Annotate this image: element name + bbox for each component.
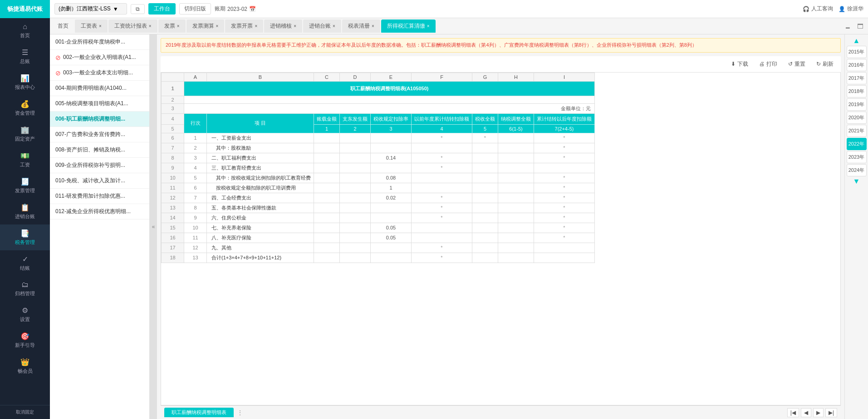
year-2015[interactable]: 2015年 [847,46,867,58]
sheet-title: 职工薪酬纳税调整明细表(A105050) [184,81,595,96]
minimize-button[interactable]: 🗕 [842,22,853,31]
tab-close-icon[interactable]: × [372,24,374,29]
sidebar-item-member[interactable]: 👑 畅会员 [0,353,50,379]
tab-home[interactable]: 首页 [52,20,74,32]
year-2024[interactable]: 2024年 [847,164,867,176]
year-2019[interactable]: 2019年 [847,98,867,111]
form-list-item-010[interactable]: 010-免税、减计收入及加计... [50,173,149,189]
form-list-item-005[interactable]: 005-纳税调整项目明细表(A1... [50,96,149,112]
cell-d [340,243,371,253]
year-up-button[interactable]: ▲ [853,37,860,45]
tab-inout-ledger[interactable]: 进销台账 × [303,19,341,33]
sidebar-item-tax[interactable]: 📑 税务管理 [0,224,50,250]
download-button[interactable]: ⬇ 下载 [728,59,751,69]
form-list-item-008[interactable]: 008-资产折旧、摊销及纳税... [50,142,149,158]
sidebar-item-settings[interactable]: ⚙ 设置 [0,302,50,327]
refresh-button[interactable]: ↻ 刷新 [814,59,836,69]
cancel-fixed-button[interactable]: 取消固定 [0,405,50,419]
workbench-button[interactable]: 工作台 [148,3,176,15]
year-2018[interactable]: 2018年 [847,85,867,97]
print-label: 打印 [766,60,777,68]
sidebar-item-home[interactable]: ⌂ 首页 [0,18,50,44]
print-button[interactable]: 🖨 打印 [756,59,780,69]
tab-close-icon[interactable]: × [99,24,102,29]
sidebar-item-ledger[interactable]: ☰ 总账 [0,44,50,69]
collapse-panel-button[interactable]: « [150,34,157,419]
tab-close-icon[interactable]: × [294,24,296,29]
form-list-item-011[interactable]: 011-研发费用加计扣除优惠... [50,189,149,204]
row-seq: 6 [184,183,207,193]
tab-payroll[interactable]: 工资表 × [75,19,108,33]
year-down-button[interactable]: ▼ [853,177,860,185]
cell-i: * [534,213,595,223]
bottom-sheet-tab[interactable]: 职工薪酬纳税调整明细表 [164,408,234,417]
sidebar-item-reports[interactable]: 📊 报表中心 [0,69,50,95]
form-list-item-007[interactable]: 007-广告费和业务宣传费跨... [50,127,149,142]
tab-invoice[interactable]: 发票 × [158,19,186,33]
subheader-2: 2 [340,124,371,133]
sidebar-item-payroll[interactable]: 💵 工资 [0,147,50,173]
spreadsheet-wrapper[interactable]: A B C D E F G H I [161,73,841,405]
year-2016[interactable]: 2016年 [847,59,867,71]
tab-payroll-stats[interactable]: 工资统计报表 × [108,19,157,33]
year-2021[interactable]: 2021年 [847,125,867,137]
row-seq: 13 [184,253,207,263]
tab-inout-check[interactable]: 进销稽核 × [264,19,302,33]
form-item-label: 003-一般企业成本支出明细... [63,69,133,77]
sidebar-item-label: 报表中心 [15,84,35,91]
form-list-item-012[interactable]: 012-减免企业所得税优惠明细... [50,204,149,219]
tab-close-icon[interactable]: × [149,24,152,29]
switch-old-button[interactable]: 切到旧版 [179,3,211,15]
sidebar-item-archive[interactable]: 🗂 归档管理 [0,276,50,302]
tab-close-icon[interactable]: × [177,24,180,29]
form-list-item-003[interactable]: ⊘ 003-一般企业成本支出明细... [50,65,149,81]
form-list-item-001[interactable]: 001-企业所得税年度纳税申... [50,34,149,50]
member-icon: 👑 [20,358,29,366]
sidebar-item-finance[interactable]: 💰 资金管理 [0,95,50,121]
year-2017[interactable]: 2017年 [847,72,867,84]
year-2020[interactable]: 2020年 [847,112,867,124]
form-list-item-006[interactable]: 006-职工薪酬纳税调整明细... [50,112,149,127]
tab-invoice-calc[interactable]: 发票测算 × [186,19,225,33]
form-list-item-009[interactable]: 009-企业所得税弥补亏损明... [50,158,149,173]
row-seq: 10 [184,223,207,233]
nav-first-button[interactable]: |◀ [787,408,799,417]
tab-close-icon[interactable]: × [427,24,430,29]
tabbar-controls: 🗕 🗖 [842,22,866,31]
tab-close-icon[interactable]: × [255,24,257,29]
nav-prev-button[interactable]: ◀ [801,408,811,417]
tab-close-icon[interactable]: × [333,24,335,29]
tab-income-tax[interactable]: 所得税汇算清缴 × [381,19,436,33]
sidebar-item-invoice[interactable]: 🧾 发票管理 [0,173,50,199]
maximize-button[interactable]: 🗖 [855,22,866,31]
year-2023[interactable]: 2023年 [847,151,867,163]
user-menu[interactable]: 👤 徐涯华 [839,5,863,13]
tab-invoice-open[interactable]: 发票开票 × [225,19,263,33]
row-num: 6 [162,133,184,143]
cell-e [371,163,412,173]
tab-tax-clearance[interactable]: 税表清册 × [342,19,380,33]
cell-d [340,223,371,233]
tax-icon: 📑 [20,229,29,238]
sheet-menu-icon[interactable]: ⋮ [237,409,243,416]
form-list-item-002[interactable]: ⊘ 002-一般企业收入明细表(A1... [50,50,149,65]
row-label: 按税收规定全额扣除的职工培训费用 [207,183,314,193]
copy-icon-button[interactable]: ⧉ [131,4,145,14]
nav-last-button[interactable]: ▶| [825,408,837,417]
cell-e [371,203,412,213]
sidebar-item-assets[interactable]: 🏢 固定资产 [0,121,50,147]
sidebar-item-label: 畅会员 [18,368,33,375]
form-list-item-004[interactable]: 004-期间费用明细表(A1040... [50,81,149,96]
sidebar-item-sales-ledger[interactable]: 📋 进销台账 [0,199,50,224]
row-label: 其中：股权激励 [207,143,314,153]
reset-button[interactable]: ↺ 重置 [785,59,808,69]
form-item-label: 012-减免企业所得税优惠明细... [55,208,131,215]
nav-next-button[interactable]: ▶ [813,408,824,417]
tab-close-icon[interactable]: × [216,24,219,29]
cell-e: 0.05 [371,233,412,243]
sidebar-item-close[interactable]: ✓ 结账 [0,250,50,276]
sidebar-item-guide[interactable]: 🎯 新手引导 [0,327,50,353]
year-2022[interactable]: 2022年 [847,138,867,150]
company-selector[interactable]: (勿删）江西赣宝-LSS ▼ [54,3,127,15]
service-link[interactable]: 🎧 人工客询 [803,5,833,13]
